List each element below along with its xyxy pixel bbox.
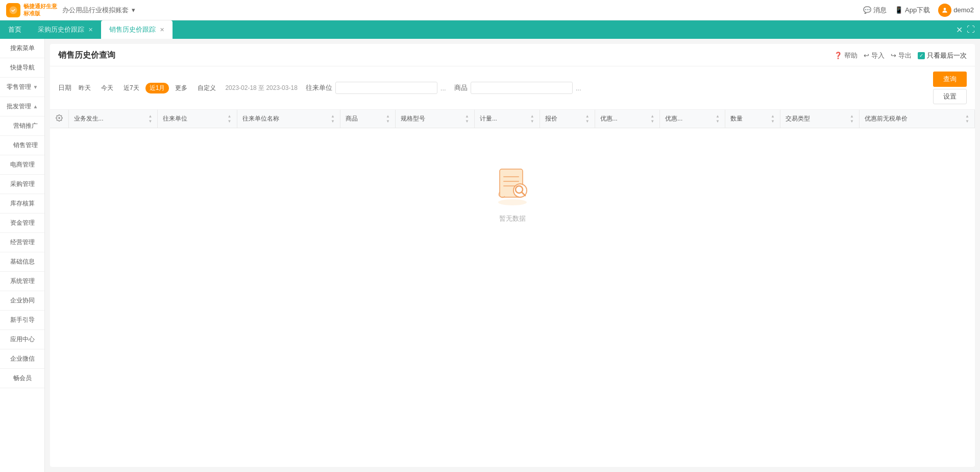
retail-arrow-icon: ▼ xyxy=(33,84,38,90)
sidebar-item-finance[interactable]: 资金管理 xyxy=(0,214,44,233)
sidebar-item-marketing[interactable]: 营销推广 xyxy=(0,116,44,136)
sidebar-item-sales-mgmt[interactable]: 销售管理 xyxy=(0,136,44,155)
empty-state: 暂无数据 xyxy=(50,128,975,254)
sidebar-basics-label: 基础信息 xyxy=(10,257,35,266)
sidebar-item-member[interactable]: 畅会员 xyxy=(0,369,44,388)
help-btn[interactable]: ❓ 帮助 xyxy=(834,51,857,60)
th-counterpart-name[interactable]: 往来单位名称 ▲▼ xyxy=(237,110,340,128)
sidebar-item-system[interactable]: 系统管理 xyxy=(0,272,44,291)
sort-counterpart-name: ▲▼ xyxy=(331,114,335,124)
system-title[interactable]: 办公用品行业模拟账套 ▾ xyxy=(62,6,135,15)
sidebar-item-purchase[interactable]: 采购管理 xyxy=(0,175,44,194)
export-btn[interactable]: ↪ 导出 xyxy=(891,51,912,60)
tab-bar: 首页 采购历史价跟踪 ✕ 销售历史价跟踪 ✕ ✕ ⛶ xyxy=(0,20,980,39)
import-btn[interactable]: ↩ 导入 xyxy=(864,51,885,60)
message-action[interactable]: 💬 消息 xyxy=(863,6,887,15)
tab-purchase-close[interactable]: ✕ xyxy=(88,27,93,33)
sort-quantity: ▲▼ xyxy=(771,114,775,124)
sidebar-search-label: 搜索菜单 xyxy=(10,44,35,53)
tab-purchase-history[interactable]: 采购历史价跟踪 ✕ xyxy=(30,20,101,39)
date-last1m[interactable]: 近1月 xyxy=(145,83,169,93)
sidebar-item-appstore[interactable]: 应用中心 xyxy=(0,330,44,349)
sidebar-enterprise-label: 企业协同 xyxy=(10,296,35,305)
th-discount1[interactable]: 优惠... ▲▼ xyxy=(595,110,660,128)
only-last-checkbox[interactable]: ✓ 只看最后一次 xyxy=(918,51,967,60)
page-header-actions: ❓ 帮助 ↩ 导入 ↪ 导出 ✓ 只看最后一次 xyxy=(834,51,967,60)
product-dots[interactable]: ... xyxy=(576,84,581,92)
sidebar-operations-label: 经营管理 xyxy=(10,238,35,247)
settings-button[interactable]: 设置 xyxy=(933,89,967,104)
sidebar-member-label: 畅会员 xyxy=(13,374,32,383)
date-more[interactable]: 更多 xyxy=(171,83,191,93)
user-action[interactable]: demo2 xyxy=(938,4,974,17)
th-gear[interactable] xyxy=(50,110,68,128)
sidebar-item-enterprise[interactable]: 企业协同 xyxy=(0,291,44,311)
date-options: 昨天 今天 近7天 近1月 更多 自定义 xyxy=(75,83,220,93)
sidebar-item-operations[interactable]: 经营管理 xyxy=(0,233,44,252)
counterpart-dots[interactable]: ... xyxy=(440,84,446,92)
data-table: 业务发生... ▲▼ 往来单位 ▲▼ xyxy=(50,110,975,128)
sidebar-quicknav-label: 快捷导航 xyxy=(10,63,35,72)
sidebar-item-search[interactable]: 搜索菜单 xyxy=(0,39,44,58)
tab-sales-close[interactable]: ✕ xyxy=(160,27,164,33)
phone-icon: 📱 xyxy=(895,6,903,14)
sidebar-item-newuser[interactable]: 新手引导 xyxy=(0,311,44,330)
tab-home[interactable]: 首页 xyxy=(0,20,30,39)
th-quote[interactable]: 报价 ▲▼ xyxy=(540,110,595,128)
sort-trade-type: ▲▼ xyxy=(850,114,854,124)
sidebar-appstore-label: 应用中心 xyxy=(10,335,35,344)
date-last7[interactable]: 近7天 xyxy=(119,83,143,93)
filter-area: 日期 昨天 今天 近7天 近1月 更多 自定义 2023-02-18 至 202… xyxy=(50,66,975,110)
app-download-action[interactable]: 📱 App下载 xyxy=(895,6,930,15)
empty-text: 暂无数据 xyxy=(499,214,526,223)
dropdown-icon: ▾ xyxy=(132,6,135,14)
th-discount2[interactable]: 优惠... ▲▼ xyxy=(660,110,725,128)
th-trade-type[interactable]: 交易类型 ▲▼ xyxy=(780,110,859,128)
sidebar-wholesale-label: 批发管理 xyxy=(7,102,31,111)
import-icon: ↩ xyxy=(864,52,869,59)
tab-bar-actions: ✕ ⛶ xyxy=(956,25,980,35)
export-icon: ↪ xyxy=(891,52,896,59)
th-product[interactable]: 商品 ▲▼ xyxy=(340,110,395,128)
query-button[interactable]: 查询 xyxy=(933,72,967,87)
th-pretax-price[interactable]: 优惠前无税单价 ▲▼ xyxy=(860,110,975,128)
product-input[interactable] xyxy=(471,82,573,94)
sidebar-item-quicknav[interactable]: 快捷导航 xyxy=(0,58,44,78)
maximize-icon[interactable]: ⛶ xyxy=(967,25,975,34)
empty-illustration xyxy=(487,159,538,210)
svg-point-0 xyxy=(944,8,946,10)
sort-pretax-price: ▲▼ xyxy=(965,114,969,124)
help-icon: ❓ xyxy=(834,52,842,59)
sidebar: 搜索菜单 快捷导航 零售管理 ▼ 批发管理 ▲ 营销推广 销售管理 电商管理 采… xyxy=(0,39,45,472)
sidebar-item-ecommerce[interactable]: 电商管理 xyxy=(0,155,44,175)
th-biz-date[interactable]: 业务发生... ▲▼ xyxy=(68,110,158,128)
logo-area: 畅捷通好生意 标准版 xyxy=(6,3,57,17)
header-left: 畅捷通好生意 标准版 办公用品行业模拟账套 ▾ xyxy=(6,3,135,17)
product-label: 商品 xyxy=(454,83,468,92)
counterpart-input[interactable] xyxy=(335,82,437,94)
sidebar-item-retail[interactable]: 零售管理 ▼ xyxy=(0,78,44,97)
sidebar-purchase-label: 采购管理 xyxy=(10,180,35,188)
date-label: 日期 xyxy=(58,83,71,92)
sort-counterpart-code: ▲▼ xyxy=(228,114,232,124)
th-spec[interactable]: 规格型号 ▲▼ xyxy=(395,110,474,128)
sidebar-item-weixin[interactable]: 企业微信 xyxy=(0,349,44,369)
sidebar-item-basics[interactable]: 基础信息 xyxy=(0,252,44,272)
sidebar-item-inventory[interactable]: 库存核算 xyxy=(0,194,44,214)
date-today[interactable]: 今天 xyxy=(97,83,117,93)
sidebar-item-wholesale[interactable]: 批发管理 ▲ xyxy=(0,97,44,116)
th-quantity[interactable]: 数量 ▲▼ xyxy=(725,110,780,128)
counterpart-label: 往来单位 xyxy=(306,83,332,92)
product-filter-group: 商品 ... xyxy=(454,82,581,94)
header-right: 💬 消息 📱 App下载 demo2 xyxy=(863,4,974,17)
date-custom[interactable]: 自定义 xyxy=(193,83,220,93)
th-unit[interactable]: 计量... ▲▼ xyxy=(474,110,540,128)
tab-sales-history[interactable]: 销售历史价跟踪 ✕ xyxy=(101,20,173,39)
th-counterpart-code[interactable]: 往来单位 ▲▼ xyxy=(158,110,237,128)
svg-point-1 xyxy=(498,199,527,205)
close-window-icon[interactable]: ✕ xyxy=(956,25,963,35)
date-yesterday[interactable]: 昨天 xyxy=(75,83,95,93)
content-area: 销售历史价查询 ❓ 帮助 ↩ 导入 ↪ 导出 ✓ xyxy=(45,39,980,472)
logo-text: 畅捷通好生意 标准版 xyxy=(23,3,57,16)
counterpart-filter-group: 往来单位 ... xyxy=(306,82,446,94)
